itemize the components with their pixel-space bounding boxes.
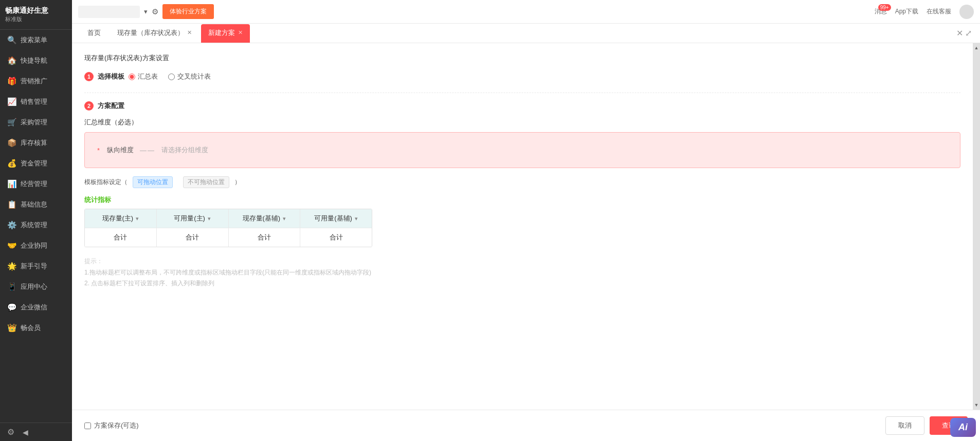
sidebar-item-label: 应用中心 [21,282,47,291]
sidebar-item-basic-info[interactable]: 📋 基础信息 [0,194,72,215]
save-label: 方案保存(可选) [94,421,139,430]
save-checkbox[interactable]: 方案保存(可选) [84,421,139,430]
radio-cross[interactable]: 交叉统计表 [168,72,211,81]
search-icon: 🔍 [7,35,16,45]
dropdown-icon[interactable]: ▾ [144,8,148,15]
scroll-up-btn[interactable]: ▲ [973,43,980,52]
scroll-down-btn[interactable]: ▼ [973,400,980,410]
col3-label: 现存量(基辅) [243,214,281,223]
radio-summary-label: 汇总表 [138,72,158,81]
close-panel-btn[interactable]: ✕ [956,28,963,38]
sidebar-item-finance[interactable]: 💰 资金管理 [0,153,72,174]
sidebar-item-label: 企业微信 [21,303,47,312]
sidebar-item-operations[interactable]: 📊 经营管理 [0,174,72,194]
box-icon: 📦 [7,138,16,148]
panel: 现存量(库存状况表)方案设置 1 选择模板 汇总表 [72,43,973,410]
sidebar-item-sales[interactable]: 📈 销售管理 [0,91,72,112]
save-checkbox-input[interactable] [84,422,91,429]
sidebar-item-inventory[interactable]: 📦 库存核算 [0,133,72,153]
tips-item1: 1.拖动标题栏可以调整布局，不可跨维度或指标区域拖动栏目字段(只能在同一维度或指… [84,269,371,276]
main-area: ▾ ⚙ 体验行业方案 消息 99+ App下载 在线客服 首页 现存量（库存状况… [72,0,980,441]
tab-new-plan[interactable]: 新建方案 ✕ [201,24,250,43]
sidebar-item-app-center[interactable]: 📱 应用中心 [0,277,72,297]
radio-cross-input[interactable] [168,74,175,80]
sidebar-item-label: 系统管理 [21,220,47,230]
logo-sub: 标准版 [5,15,67,23]
search-input[interactable] [78,6,140,18]
message-wrap[interactable]: 消息 99+ [875,7,887,16]
cancel-button[interactable]: 取消 [885,416,924,435]
radio-summary-input[interactable] [129,74,135,80]
col4-header: 可用量(基辅) ▾ [300,209,372,228]
step-2-title: 方案配置 [98,101,124,111]
radio-cross-label: 交叉统计表 [177,72,211,81]
col1-label: 现存量(主) [102,214,134,223]
divider-1 [84,93,960,93]
trial-btn[interactable]: 体验行业方案 [162,4,214,19]
dimension-hint: 请选择分组维度 [161,145,208,155]
collapse-icon[interactable]: ◀ [23,428,28,436]
indicator-label: 模板指标设定（ 可拖动位置 不可拖动位置 ） [84,176,960,188]
col1-chevron[interactable]: ▾ [136,215,139,222]
col2-body: 合计 [157,228,229,247]
sidebar-item-member[interactable]: 👑 畅会员 [0,318,72,338]
sidebar-item-label: 搜索菜单 [21,35,47,45]
sidebar-item-system[interactable]: ⚙️ 系统管理 [0,215,72,235]
tab-inventory-close[interactable]: ✕ [187,29,192,36]
col4-label: 可用量(基辅) [314,214,352,223]
tab-inventory-status[interactable]: 现存量（库存状况表） ✕ [110,24,199,43]
sidebar-item-label: 资金管理 [21,159,47,168]
col2-header: 可用量(主) ▾ [157,209,229,228]
draggable-badge: 可拖动位置 [133,176,173,188]
footer-bar: 方案保存(可选) 取消 查询 [72,410,980,441]
tab-new-plan-close[interactable]: ✕ [238,29,243,36]
tab-home-label: 首页 [87,28,101,38]
sidebar-item-search-menu[interactable]: 🔍 搜索菜单 [0,30,72,50]
ai-badge[interactable]: Ai [950,418,976,437]
tab-inventory-label: 现存量（库存状况表） [117,28,184,38]
col1-header: 现存量(主) ▾ [85,209,157,228]
col2-label: 可用量(主) [174,214,205,223]
tips: 提示： 1.拖动标题栏可以调整布局，不可跨维度或指标区域拖动栏目字段(只能在同一… [84,256,960,289]
sidebar-item-label: 库存核算 [21,138,47,148]
operations-icon: 📊 [7,179,16,189]
sidebar-item-label: 畅会员 [21,323,41,333]
gift-icon: 🎁 [7,77,16,86]
col2-chevron[interactable]: ▾ [208,215,211,222]
app-download-link[interactable]: App下载 [895,7,918,16]
sidebar-item-label: 基础信息 [21,200,47,209]
app-icon: 📱 [7,282,16,291]
sidebar-item-wechat[interactable]: 💬 企业微信 [0,297,72,318]
sidebar-bottom: ⚙ ◀ [0,422,72,441]
content: 现存量(库存状况表)方案设置 1 选择模板 汇总表 [72,43,973,410]
sidebar-item-label: 采购管理 [21,118,47,127]
topbar-left: ▾ ⚙ 体验行业方案 [78,4,869,19]
stats-table: 现存量(主) ▾ 可用量(主) ▾ 现存量(基辅) ▾ [84,209,372,247]
dimension-area[interactable]: * 纵向维度 —— 请选择分组维度 [84,132,960,168]
col3-header: 现存量(基辅) ▾ [229,209,301,228]
step-1-title: 选择模板 [98,72,124,81]
sidebar-item-enterprise[interactable]: 🤝 企业协同 [0,235,72,256]
sidebar-item-label: 新手引导 [21,262,47,271]
dimension-dashes: —— [140,146,155,154]
sidebar-item-marketing[interactable]: 🎁 营销推广 [0,71,72,91]
col4-chevron[interactable]: ▾ [355,215,358,222]
dimension-placeholder: * 纵向维度 —— 请选择分组维度 [97,145,208,155]
sidebar-item-quick-nav[interactable]: 🏠 快捷导航 [0,50,72,71]
crown-icon: 👑 [7,323,16,333]
online-service-link[interactable]: 在线客服 [927,7,951,16]
sidebar-item-purchase[interactable]: 🛒 采购管理 [0,112,72,133]
avatar [959,5,974,19]
tab-home[interactable]: 首页 [80,24,108,43]
gear-icon[interactable]: ⚙ [152,7,158,16]
settings-icon[interactable]: ⚙ [7,427,14,437]
section-2-header: 2 方案配置 [84,101,960,111]
info-icon: 📋 [7,200,16,209]
tabbar: 首页 现存量（库存状况表） ✕ 新建方案 ✕ ✕ ⤢ [72,24,980,43]
topbar: ▾ ⚙ 体验行业方案 消息 99+ App下载 在线客服 [72,0,980,24]
sidebar-item-new-guide[interactable]: 🌟 新手引导 [0,256,72,277]
col3-chevron[interactable]: ▾ [283,215,286,222]
section-1: 1 选择模板 汇总表 交叉统计表 [84,72,960,81]
radio-summary[interactable]: 汇总表 [129,72,158,81]
expand-panel-btn[interactable]: ⤢ [965,28,972,38]
